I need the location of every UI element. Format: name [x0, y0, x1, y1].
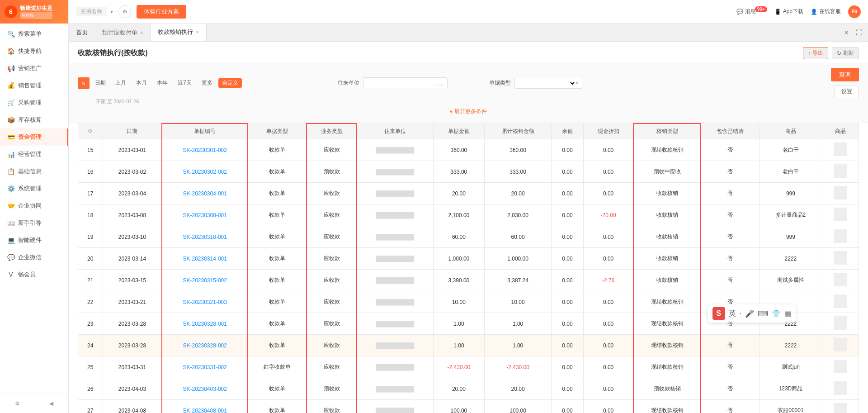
export-btn[interactable]: ↑ 导出 [803, 47, 828, 59]
tab-close-all-btn[interactable]: × [841, 27, 852, 38]
refresh-icon: ↻ [837, 50, 841, 57]
filter-toggle-btn[interactable]: » [78, 77, 90, 89]
app-download-btn[interactable]: 📱 App下载 [774, 8, 803, 15]
cell-goods2 [822, 356, 859, 378]
cell-include-settled: 否 [701, 270, 759, 291]
filter-expand-btn[interactable]: ▾ 展开更多条件 [78, 105, 859, 118]
tab-maximize-btn[interactable]: ⛶ [854, 27, 864, 38]
tab-close-yingshou[interactable]: × [140, 30, 143, 35]
bill-no-link[interactable]: SK-20230315-002 [183, 277, 227, 284]
cell-goods: 999 [759, 183, 822, 204]
filter-date-more[interactable]: 更多 [198, 78, 217, 88]
sidebar-item-label: 库存核算 [18, 116, 42, 124]
topbar-gear-btn[interactable]: ⚙ [118, 5, 131, 18]
customer-service-btn[interactable]: 👤 在线客服 [811, 8, 841, 15]
sidebar-item-label: 基础信息 [18, 167, 42, 176]
query-btn[interactable]: 查询 [831, 68, 859, 81]
guide-icon: 📖 [7, 219, 14, 227]
sidebar-item-basic[interactable]: 📋基础信息 [0, 163, 68, 180]
col-amount: 单据金额 [433, 123, 485, 139]
sidebar: 6 畅康道好生意 标推版 🔍搜索菜单🏠快捷导航📢营销推广💰销售管理🛒采购管理📦库… [0, 0, 69, 413]
customer-service-icon: 👤 [811, 9, 817, 15]
cell-date: 2023-04-03 [103, 378, 162, 400]
filter-bill-type-select[interactable] [519, 80, 576, 87]
filter-date-custom[interactable]: 自定义 [218, 78, 242, 88]
cell-date: 2023-03-01 [103, 139, 162, 161]
filter-date-this-year[interactable]: 本年 [153, 78, 172, 88]
bill-no-link[interactable]: SK-20230302-002 [183, 169, 227, 175]
bill-no-link[interactable]: SK-20230403-002 [183, 386, 227, 392]
refresh-btn[interactable]: ↻ 刷新 [832, 47, 859, 59]
watermark-shirt-icon[interactable]: 👕 [772, 309, 781, 318]
notifications-btn[interactable]: 💬 消息 99+ [736, 8, 767, 15]
sidebar-item-inventory[interactable]: 📦库存核算 [0, 111, 68, 128]
sidebar-item-guide[interactable]: 📖新手引导 [0, 214, 68, 232]
inventory-icon: 📦 [7, 116, 14, 123]
sidebar-item-hardware[interactable]: 💻智能硬件 [0, 232, 68, 249]
bill-no-link[interactable]: SK-20230310-001 [183, 234, 227, 240]
bill-no-link[interactable]: SK-20230331-002 [183, 364, 227, 370]
sidebar-item-label: 企业协同 [18, 202, 42, 210]
topbar-dropdown-arrow[interactable]: ▾ [110, 9, 113, 15]
cell-partner: ██████████ [357, 183, 433, 204]
sidebar-item-quicknav[interactable]: 🏠快捷导航 [0, 43, 68, 60]
sidebar-item-finance[interactable]: 💳资金管理 [0, 128, 68, 146]
tab-yingshou[interactable]: 预计应收付单 × [95, 24, 151, 41]
sidebar-item-purchase[interactable]: 🛒采购管理 [0, 94, 68, 111]
cell-cash-discount: 0.00 [584, 161, 633, 183]
filter-settings-btn[interactable]: 设置 [835, 85, 859, 98]
filter-caret-icon: ▾ [576, 81, 578, 85]
bill-no-link[interactable]: SK-20230314-001 [183, 256, 227, 262]
solution-btn[interactable]: 体验行业方案 [137, 5, 186, 19]
cell-no: 23 [78, 313, 103, 335]
filter-date-7days[interactable]: 近7天 [174, 78, 196, 88]
sidebar-item-member[interactable]: V畅会员 [0, 266, 68, 283]
bill-no-link[interactable]: SK-20230301-002 [183, 147, 227, 153]
cell-bill-type: 收款单 [248, 400, 307, 413]
bill-no-link[interactable]: SK-20230304-001 [183, 190, 227, 197]
bill-no-link[interactable]: SK-20230308-001 [183, 212, 227, 218]
settings-bottom-btn[interactable]: ⚙ [10, 398, 24, 409]
filter-partner-input[interactable] [367, 80, 435, 86]
sidebar-item-system[interactable]: ⚙️系统管理 [0, 180, 68, 197]
tab-shoukuan[interactable]: 收款核销执行 × [151, 24, 206, 41]
sidebar-item-enterprise[interactable]: 🤝企业协同 [0, 197, 68, 214]
tab-home[interactable]: 首页 [69, 24, 95, 41]
sidebar-nav: 🔍搜索菜单🏠快捷导航📢营销推广💰销售管理🛒采购管理📦库存核算💳资金管理📊经营管理… [0, 24, 68, 394]
operations-icon: 📊 [7, 151, 14, 158]
cell-date: 2023-03-14 [103, 248, 162, 270]
sidebar-item-sales[interactable]: 💰销售管理 [0, 77, 68, 94]
cell-no: 22 [78, 291, 103, 313]
user-avatar[interactable]: Rit [848, 5, 861, 18]
sidebar-item-search[interactable]: 🔍搜索菜单 [0, 25, 68, 43]
cell-biz-type: 应收款 [307, 313, 357, 335]
table-row: 21 2023-03-15 SK-20230315-002 收款单 应收款 ██… [78, 270, 859, 291]
col-bill-type: 单据类型 [248, 123, 307, 139]
cell-cash-discount: 0.00 [584, 313, 633, 335]
cell-bill-no: SK-20230403-002 [162, 378, 247, 400]
cell-total-offset: -2,430.00 [485, 356, 552, 378]
col-date: 日期 [103, 123, 162, 139]
cell-goods2 [822, 270, 859, 291]
filter-date-this-month[interactable]: 本月 [132, 78, 151, 88]
bill-no-link[interactable]: SK-20230408-001 [183, 408, 227, 413]
watermark-grid-icon[interactable]: ▦ [784, 309, 791, 318]
cell-biz-type: 应收款 [307, 248, 357, 270]
filter-date-last-month[interactable]: 上月 [111, 78, 130, 88]
marketing-icon: 📢 [7, 65, 14, 72]
bill-no-link[interactable]: SK-20230321-003 [183, 299, 227, 305]
sidebar-item-operations[interactable]: 📊经营管理 [0, 146, 68, 163]
watermark-mic-icon[interactable]: 🎤 [745, 309, 754, 318]
watermark-keyboard-icon[interactable]: ⌨ [758, 309, 768, 318]
watermark-text-icon[interactable]: 英 [729, 309, 736, 318]
collapse-btn[interactable]: ◀ [45, 398, 58, 409]
cell-bill-no: SK-20230408-001 [162, 400, 247, 413]
sidebar-item-wechat[interactable]: 💬企业微信 [0, 249, 68, 266]
bill-no-link[interactable]: SK-20230328-002 [183, 342, 227, 349]
cell-partner: ██████████ [357, 335, 433, 356]
tab-close-shoukuan[interactable]: × [196, 29, 198, 35]
sidebar-item-marketing[interactable]: 📢营销推广 [0, 60, 68, 77]
col-gear[interactable]: ⚙ [78, 123, 103, 139]
bill-no-link[interactable]: SK-20230328-001 [183, 321, 227, 327]
filter-partner-dots[interactable]: ... [435, 79, 443, 87]
